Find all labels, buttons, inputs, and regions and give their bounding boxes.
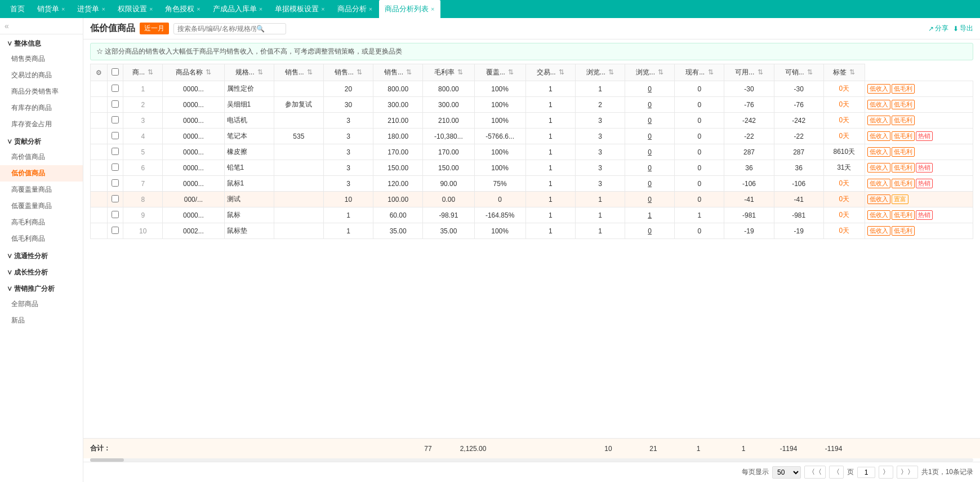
th-sale-price[interactable]: 销售... ⇅ xyxy=(373,64,423,81)
tag-badge: 低收入 xyxy=(867,147,890,157)
th-name[interactable]: 商品名称 ⇅ xyxy=(163,64,224,81)
row-check[interactable] xyxy=(108,113,123,129)
row-view1[interactable]: 0 xyxy=(625,113,675,129)
row-sale-amt: 100.00 xyxy=(373,192,423,207)
close-icon[interactable]: × xyxy=(197,6,200,12)
row-check[interactable] xyxy=(108,81,123,97)
pagination: 每页显示 50 20 100 〈〈 〈 页 〉 〉〉 共1页，10条记录 xyxy=(83,462,980,482)
page-first-btn[interactable]: 〈〈 xyxy=(804,466,826,479)
sidebar-item-high-margin[interactable]: 高毛利商品 xyxy=(0,214,83,231)
row-check[interactable] xyxy=(108,223,123,239)
row-tags: 低收入低毛利热销 xyxy=(865,176,973,192)
th-sale-amt[interactable]: 销售... ⇅ xyxy=(323,64,373,81)
th-current[interactable]: 现有... ⇅ xyxy=(675,64,724,81)
row-coverage: 1 xyxy=(525,192,575,207)
row-check[interactable] xyxy=(108,176,123,192)
sidebar-item-new-goods[interactable]: 新品 xyxy=(0,312,83,329)
data-table: ⚙ 商... ⇅ 商品名称 ⇅ 规格... ⇅ 销售... ⇅ 销售... ⇅ … xyxy=(90,64,973,239)
row-view1[interactable]: 0 xyxy=(625,97,675,113)
row-view1[interactable]: 0 xyxy=(625,192,675,207)
th-saleable[interactable]: 可销... ⇅ xyxy=(774,64,823,81)
th-spec[interactable]: 规格... ⇅ xyxy=(224,64,274,81)
sidebar-item-sales-goods[interactable]: 销售类商品 xyxy=(0,51,83,67)
nav-template[interactable]: 单据模板设置 × xyxy=(269,0,330,18)
sidebar-item-high-value[interactable]: 高价值商品 xyxy=(0,149,83,165)
sidebar-item-stocked-goods[interactable]: 有库存的商品 xyxy=(0,100,83,116)
th-view1[interactable]: 浏览... ⇅ xyxy=(575,64,625,81)
row-spec: 参加复试 xyxy=(274,97,323,113)
close-icon[interactable]: × xyxy=(149,6,153,12)
page-next-btn[interactable]: 〉 xyxy=(879,466,893,479)
table-row: 10 0002... 鼠标垫 1 35.00 35.00 100% 1 1 0 … xyxy=(91,223,973,239)
close-icon[interactable]: × xyxy=(369,6,372,12)
row-view1[interactable]: 0 xyxy=(625,176,675,192)
sidebar-item-low-margin[interactable]: 低毛利商品 xyxy=(0,231,83,247)
sidebar-item-low-coverage[interactable]: 低覆盖量商品 xyxy=(0,198,83,214)
row-check[interactable] xyxy=(108,160,123,176)
nav-role-auth[interactable]: 角色授权 × xyxy=(159,0,206,18)
sidebar-item-high-coverage[interactable]: 高覆盖量商品 xyxy=(0,182,83,198)
row-current: -242 xyxy=(724,113,774,129)
th-view2[interactable]: 浏览... ⇅ xyxy=(625,64,675,81)
th-margin[interactable]: 毛利率 ⇅ xyxy=(423,64,474,81)
th-settings[interactable]: ⚙ xyxy=(91,64,108,81)
filter-month-btn[interactable]: 近一月 xyxy=(140,23,169,34)
row-current: -41 xyxy=(724,192,774,207)
row-check[interactable] xyxy=(108,192,123,207)
row-coverage: 1 xyxy=(525,81,575,97)
row-sale-qty: 3 xyxy=(323,176,373,192)
row-settings xyxy=(91,113,108,129)
sidebar-item-stock-capital[interactable]: 库存资金占用 xyxy=(0,116,83,132)
table-wrap[interactable]: ⚙ 商... ⇅ 商品名称 ⇅ 规格... ⇅ 销售... ⇅ 销售... ⇅ … xyxy=(83,64,980,438)
row-view1[interactable]: 0 xyxy=(625,223,675,239)
search-input[interactable] xyxy=(177,25,256,33)
row-view2: 0 xyxy=(675,160,724,176)
page-input[interactable] xyxy=(857,467,875,478)
row-sale-price: 35.00 xyxy=(423,223,474,239)
th-available[interactable]: 可用... ⇅ xyxy=(724,64,774,81)
nav-home[interactable]: 首页 xyxy=(5,0,30,18)
page-prev-btn[interactable]: 〈 xyxy=(829,466,844,479)
nav-purchase[interactable]: 进货单 × xyxy=(72,0,110,18)
footer-current: -1194 xyxy=(766,445,811,453)
row-check[interactable] xyxy=(108,97,123,113)
row-view1[interactable]: 1 xyxy=(625,207,675,223)
row-view1[interactable]: 0 xyxy=(625,129,675,144)
row-view1[interactable]: 0 xyxy=(625,160,675,176)
tag-badge: 热销 xyxy=(916,210,933,220)
sidebar-item-all-goods[interactable]: 全部商品 xyxy=(0,296,83,312)
close-icon[interactable]: × xyxy=(321,6,324,12)
sidebar-item-traded-goods[interactable]: 交易过的商品 xyxy=(0,67,83,83)
page-size-select[interactable]: 50 20 100 xyxy=(772,466,801,479)
th-coverage[interactable]: 覆盖... ⇅ xyxy=(474,64,525,81)
nav-analysis[interactable]: 商品分析 × xyxy=(332,0,378,18)
row-view1[interactable]: 0 xyxy=(625,81,675,97)
row-view1[interactable]: 0 xyxy=(625,144,675,160)
row-check[interactable] xyxy=(108,129,123,144)
row-check[interactable] xyxy=(108,207,123,223)
row-check[interactable] xyxy=(108,144,123,160)
nav-sales[interactable]: 销货单 × xyxy=(32,0,70,18)
th-trade[interactable]: 交易... ⇅ xyxy=(525,64,575,81)
close-icon[interactable]: × xyxy=(101,6,105,12)
nav-product-in[interactable]: 产成品入库单 × xyxy=(207,0,268,18)
row-name: 铅笔1 xyxy=(224,160,274,176)
export-btn[interactable]: ⬇ 导出 xyxy=(953,24,973,33)
th-sale-qty[interactable]: 销售... ⇅ xyxy=(274,64,323,81)
sidebar-item-low-value[interactable]: 低价值商品 xyxy=(0,165,83,182)
page-last-btn[interactable]: 〉〉 xyxy=(897,466,918,479)
close-icon[interactable]: × xyxy=(431,6,434,12)
close-icon[interactable]: × xyxy=(61,6,65,12)
check-all[interactable] xyxy=(112,68,119,76)
th-check[interactable] xyxy=(108,64,123,81)
search-icon[interactable]: 🔍 xyxy=(256,25,265,33)
sidebar-collapse-btn[interactable]: « xyxy=(5,21,9,30)
nav-permissions[interactable]: 权限设置 × xyxy=(112,0,158,18)
th-code[interactable]: 商... ⇅ xyxy=(123,64,163,81)
export-icon: ⬇ xyxy=(953,25,959,33)
nav-analysis-list[interactable]: 商品分析列表 × xyxy=(379,0,440,18)
share-btn[interactable]: ↗ 分享 xyxy=(928,24,948,33)
sidebar-item-category-sales[interactable]: 商品分类销售率 xyxy=(0,83,83,100)
close-icon[interactable]: × xyxy=(259,6,262,12)
th-tags[interactable]: 标签 ⇅ xyxy=(823,64,865,81)
